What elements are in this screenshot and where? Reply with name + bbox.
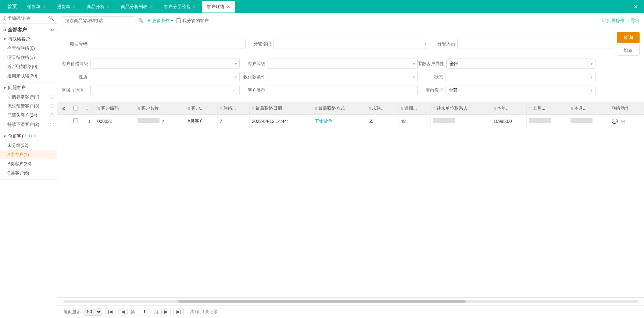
row-contact-icon[interactable]: ⊞ xyxy=(621,119,625,124)
tab-customer-contact[interactable]: 客户联络 ✕ xyxy=(202,1,235,13)
col-grade[interactable]: ⇅客户... xyxy=(185,102,217,115)
sidebar-item-repurchase-abnormal[interactable]: 回购异常客户(2) ⓘ xyxy=(0,92,57,102)
sidebar-group-problem[interactable]: ▼ 问题客户 xyxy=(0,83,57,92)
dept-input[interactable] xyxy=(273,39,429,49)
sidebar-item-today[interactable]: 今天待联络(0) xyxy=(0,44,57,53)
sidebar-item-class-b[interactable]: B类客户(33) xyxy=(0,159,57,169)
sidebar-collapse-icon[interactable]: ‹‹ xyxy=(51,27,54,33)
status-input[interactable] xyxy=(446,72,595,82)
col-last-contact-date[interactable]: ⇅最后联络日期 xyxy=(250,102,312,115)
row-select-checkbox[interactable] xyxy=(73,119,78,123)
tab-customer-mgmt[interactable]: 客户分层经营 ✕ xyxy=(159,1,201,13)
col-annual[interactable]: ⇅本年... xyxy=(491,102,527,115)
table-select-all[interactable] xyxy=(73,106,78,110)
page-size-select[interactable]: 50 xyxy=(84,308,102,316)
filter-search-input[interactable] xyxy=(62,16,135,25)
sidebar-group-pending[interactable]: ▼ 待联络客户 xyxy=(0,35,57,44)
filter-row-4: 区域（地区） ··· 客户类型 零散客户 ▾ xyxy=(62,85,640,95)
prev-page-btn[interactable]: ◀ xyxy=(118,308,128,315)
sidebar-item-churned[interactable]: 已流失客户(24) ⓘ xyxy=(0,111,57,120)
my-customers-checkbox-label[interactable]: 我分管的客户 xyxy=(176,18,209,24)
close-customer-contact-tab[interactable]: ✕ xyxy=(227,4,230,9)
price-grade-input[interactable] xyxy=(90,59,240,69)
row-code: 000031 xyxy=(95,115,135,128)
settings-button[interactable]: 设置 xyxy=(617,45,640,56)
nature-input[interactable] xyxy=(90,72,240,82)
retail-attr-input[interactable] xyxy=(446,59,595,69)
sidebar-search-icon[interactable]: 🔍 xyxy=(48,15,54,21)
sidebar-item-declining[interactable]: 持续下滑客户(2) ⓘ xyxy=(0,120,57,129)
filter-panel: 电话号码 分管部门 ▾ 分管人员 ··· xyxy=(57,28,644,102)
page-number-input[interactable] xyxy=(138,308,151,315)
filter-customer-type: 客户类型 xyxy=(240,85,418,95)
close-analysis-tab[interactable]: ✕ xyxy=(107,4,110,9)
sidebar-item-class-c[interactable]: C类客户(6) xyxy=(0,169,57,178)
table-settings-col[interactable]: ⚙ xyxy=(57,102,71,115)
region-input[interactable] xyxy=(90,85,240,95)
top-navigation: 首页 销售单 ✕ 进货单 ✕ 商品分析 ✕ 商品分析列表 ✕ 客户分层经营 ✕ … xyxy=(0,0,644,13)
close-analysis-list-tab[interactable]: ✕ xyxy=(150,4,153,9)
grid-icon: ⠿ xyxy=(3,27,6,32)
tab-sales[interactable]: 销售单 ✕ xyxy=(22,1,51,13)
row-settings xyxy=(57,115,71,128)
close-sales-tab[interactable]: ✕ xyxy=(43,4,46,9)
sidebar-item-class-a[interactable]: A类客户(1) xyxy=(0,150,57,159)
nature-select-wrapper: ▾ xyxy=(90,72,240,82)
col-unit-contact[interactable]: ⇅往来单位联系人 xyxy=(430,102,491,115)
sidebar-search-input[interactable] xyxy=(3,16,47,21)
global-close-button[interactable]: ✕ xyxy=(630,2,641,12)
col-overdue[interactable]: ⇅逾期... xyxy=(398,102,431,115)
region-select-wrapper: ··· xyxy=(90,85,240,95)
filter-more-btn[interactable]: ▼ 更多条件 ▾ xyxy=(147,18,173,24)
first-page-btn[interactable]: |◀ xyxy=(105,308,115,315)
tab-purchase[interactable]: 进货单 ✕ xyxy=(52,1,81,13)
batch-op-btn[interactable]: ☑ 批量操作 xyxy=(602,18,625,24)
row-this-month-blurred xyxy=(570,118,593,123)
col-name[interactable]: ⇅客户名称 xyxy=(135,102,185,115)
row-chat-icon[interactable]: 💬 xyxy=(612,119,618,124)
col-last-month[interactable]: ⇅上月... xyxy=(527,102,568,115)
person-input[interactable] xyxy=(457,39,613,49)
customer-type-input[interactable] xyxy=(268,85,418,95)
filter-dept: 分管部门 ▾ xyxy=(246,39,429,49)
horizontal-scrollbar[interactable] xyxy=(63,300,638,303)
col-code[interactable]: ⇅客户编码 xyxy=(95,102,135,115)
sidebar-item-overdue[interactable]: 逾期未联络(30) xyxy=(0,71,57,81)
export-btn[interactable]: ↑ 导出 xyxy=(627,18,640,24)
status-select-wrapper: ▾ xyxy=(446,72,595,82)
filter-status: 状态 ▾ xyxy=(418,72,595,82)
sidebar-item-7days[interactable]: 近7天待联络(0) xyxy=(0,62,57,71)
row-last-type-link[interactable]: 下销货单 xyxy=(315,119,332,124)
phone-input[interactable] xyxy=(90,39,246,49)
sidebar-item-churn-warning[interactable]: 流失预警客户(3) ⓘ xyxy=(0,102,57,111)
home-tab[interactable]: 首页 xyxy=(3,1,21,13)
tab-analysis-list[interactable]: 商品分析列表 ✕ xyxy=(116,1,158,13)
col-contact-count[interactable]: ⇅联络... xyxy=(217,102,250,115)
retail-attr-select-wrapper: ▾ xyxy=(446,59,595,69)
filter-row-2: 客户价格等级 ▾ 客户等级 ▾ 零散客户属性 xyxy=(62,59,640,69)
next-page-btn[interactable]: ▶ xyxy=(161,308,171,315)
query-button[interactable]: 查询 xyxy=(617,32,640,43)
col-last-contact-type[interactable]: ⇅最后联络方式 xyxy=(312,102,366,115)
payment-input[interactable] xyxy=(268,72,418,82)
sidebar-item-tomorrow[interactable]: 明天待联络(1) xyxy=(0,53,57,62)
close-purchase-tab[interactable]: ✕ xyxy=(72,4,76,9)
sidebar-group-value[interactable]: ▼ 价值客户 ↻ ✎ xyxy=(0,132,57,141)
my-customers-checkbox[interactable] xyxy=(176,18,181,23)
row-last-type: 下销货单 xyxy=(312,115,366,128)
filter-search-icon[interactable]: 🔍 xyxy=(138,18,144,23)
refresh-icon[interactable]: ↻ xyxy=(29,134,32,139)
filter-row-1: 电话号码 分管部门 ▾ 分管人员 ··· xyxy=(62,32,640,56)
sidebar-section-pending: ▼ 待联络客户 今天待联络(0) 明天待联络(1) 近7天待联络(0) 逾期未联… xyxy=(0,35,57,82)
tab-analysis[interactable]: 商品分析 ✕ xyxy=(82,1,115,13)
last-page-btn[interactable]: ▶| xyxy=(173,308,184,315)
col-uncontacted[interactable]: ⇅未联... xyxy=(366,102,398,115)
customer-grade-input[interactable] xyxy=(268,59,418,69)
close-customer-mgmt-tab[interactable]: ✕ xyxy=(193,4,196,9)
row-contact-count: 7 xyxy=(217,115,250,128)
col-num: # xyxy=(84,102,95,115)
col-this-month[interactable]: ⇅本月... xyxy=(568,102,609,115)
retail-customer-input[interactable] xyxy=(446,85,595,95)
edit-group-icon[interactable]: ✎ xyxy=(33,134,37,139)
sidebar-item-unclassified[interactable]: 未分组(32) xyxy=(0,141,57,150)
